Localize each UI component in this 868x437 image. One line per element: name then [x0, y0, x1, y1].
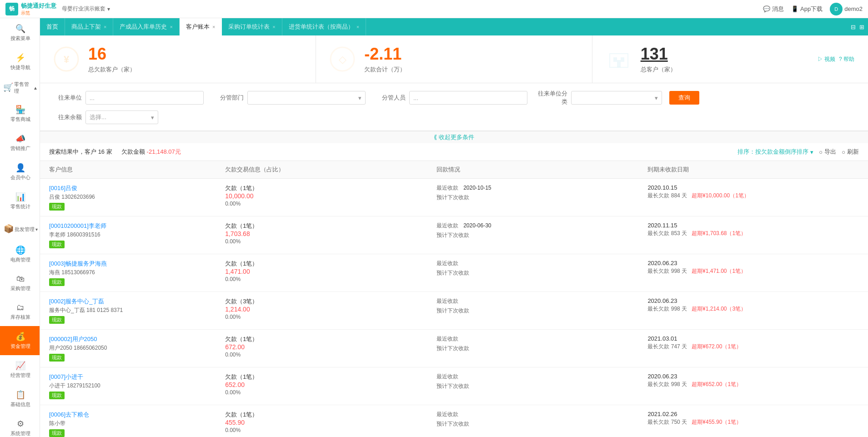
customer-phone: 吕俊 13026203696 [49, 193, 225, 201]
sidebar-item-retail-stats[interactable]: 📊 零售统计 [0, 186, 40, 216]
sidebar-item-basic-info[interactable]: 📋 基础信息 [0, 384, 40, 413]
next-collection: 预计下次收款 [437, 345, 648, 352]
industry-select[interactable]: 母婴行业演示账套 ▾ [62, 5, 110, 13]
tab-home[interactable]: 首页 [40, 18, 65, 35]
overdue-info-col: 2020.11.15 最长欠款 853 天 超期¥1,703.68（1笔） [647, 222, 859, 237]
svg-rect-6 [621, 57, 624, 62]
balance-select[interactable]: 选择... ▾ [85, 111, 158, 124]
collapse-row[interactable]: ⟪ 收起更多条件 [40, 131, 868, 143]
sidebar-item-operations-mgmt[interactable]: 📈 经营管理 [0, 355, 40, 384]
sidebar-item-inventory[interactable]: 🗂 库存核算 [0, 297, 40, 326]
sidebar-item-quick-nav[interactable]: ⚡ 快捷导航 [0, 47, 40, 76]
tab-close-icon[interactable]: × [104, 24, 106, 30]
quick-nav-icon: ⚡ [15, 53, 25, 63]
overdue-days: 最长欠款 853 天 超期¥1,703.68（1笔） [647, 230, 859, 237]
chevron-down-icon: ▾ [810, 149, 813, 156]
customer-info-col: [0002]服务中心_丁磊 服务中心_丁磊 181 0125 8371 现款 [49, 297, 225, 324]
tab-inbound-stats[interactable]: 进货单统计表（按商品） × [282, 18, 366, 35]
tab-goods[interactable]: 商品上下架 × [65, 18, 113, 35]
sidebar-item-retail-mgmt[interactable]: 🛒 零售管理 ▲ [0, 76, 40, 99]
overdue-amount[interactable]: 超期¥10,000.00（1笔） [692, 192, 749, 199]
sidebar-item-finance-mgmt[interactable]: 💰 资金管理 [0, 326, 40, 355]
tab-maximize-icon[interactable]: ⊞ [859, 24, 864, 30]
customer-name[interactable]: [00010200001]李老师 [49, 222, 225, 230]
overdue-amount[interactable]: 超期¥1,214.00（3笔） [692, 306, 746, 312]
tab-products[interactable]: 产成品入库单历史 × [113, 18, 179, 35]
debt-amount[interactable]: 10,000.00 [225, 192, 437, 200]
last-collection: 最近收款 [437, 373, 648, 381]
retail-stats-icon: 📊 [15, 192, 25, 202]
overdue-info-col: 2020.06.23 最长欠款 998 天 超期¥1,471.00（1笔） [647, 260, 859, 275]
debt-count: 欠款（1笔） [225, 184, 437, 192]
overdue-amount[interactable]: 超期¥455.90（1笔） [692, 419, 742, 425]
customer-name[interactable]: [0006]去下粮仓 [49, 411, 225, 419]
debt-amount[interactable]: 1,214.00 [225, 306, 437, 313]
debt-amount[interactable]: 455.90 [225, 419, 437, 426]
app-icon: 📱 [791, 5, 798, 12]
collection-info-col: 最近收款 2020-06-30 预计下次收款 [437, 222, 648, 239]
overdue-amount[interactable]: 超期¥672.00（1笔） [692, 343, 742, 350]
stats-row: ¥ 16 总欠款客户（家） ◇ [40, 35, 868, 83]
sidebar-label: 零售管理 [14, 81, 32, 95]
sidebar-item-wholesale-mgmt[interactable]: 📦 批发管理 ▾ [0, 219, 40, 240]
overdue-date: 2020.06.23 [647, 260, 859, 266]
sidebar-item-ecommerce-mgmt[interactable]: 🌐 电商管理 [0, 240, 40, 269]
chevron-down-icon: ▾ [151, 114, 154, 121]
unit-category-select[interactable]: ▾ [571, 91, 662, 105]
sidebar-item-system-mgmt[interactable]: ⚙ 系统管理 [0, 413, 40, 437]
overdue-amount[interactable]: 超期¥1,703.68（1笔） [692, 230, 746, 236]
debt-info-col: 欠款（1笔） 652.00 0.00% [225, 373, 437, 396]
department-label: 分管部门 [211, 94, 244, 102]
debt-info-col: 欠款（3笔） 1,214.00 0.00% [225, 297, 437, 320]
customer-name[interactable]: [0003]畅捷服务尹海燕 [49, 260, 225, 268]
user-menu[interactable]: D demo2 [830, 3, 863, 15]
customer-info-col: [0003]畅捷服务尹海燕 海燕 18513066976 现款 [49, 260, 225, 286]
sidebar-item-member-center[interactable]: 👤 会员中心 [0, 157, 40, 186]
tab-purchase-order[interactable]: 采购订单统计表 × [222, 18, 282, 35]
app-download-btn[interactable]: 📱 App下载 [791, 5, 823, 13]
refresh-icon: ○ [842, 149, 845, 156]
stat-card-actions: ▷ 视频 ? 帮助 [818, 55, 854, 63]
customer-name[interactable]: [0016]吕俊 [49, 184, 225, 192]
customer-name[interactable]: [0007]小进干 [49, 373, 225, 381]
sidebar-item-marketing[interactable]: 📣 营销推广 [0, 128, 40, 157]
message-btn[interactable]: 💬 消息 [763, 5, 784, 13]
collection-info-col: 最近收款 预计下次收款 [437, 373, 648, 390]
table-row: [0002]服务中心_丁磊 服务中心_丁磊 181 0125 8371 现款 欠… [40, 292, 868, 330]
overdue-amount[interactable]: 超期¥1,471.00（1笔） [692, 268, 746, 274]
sidebar-item-search-menu[interactable]: 🔍 搜索菜单 [0, 18, 40, 47]
customer-name[interactable]: [0002]服务中心_丁磊 [49, 297, 225, 306]
stat-info-total-customers: 131 总客户（家） [641, 45, 676, 74]
from-unit-input[interactable]: ... [85, 91, 204, 105]
tab-close-icon[interactable]: × [170, 24, 172, 30]
building-icon [606, 46, 632, 72]
customer-name[interactable]: [000002]用户2050 [49, 335, 225, 343]
sidebar-item-purchase-mgmt[interactable]: 🛍 采购管理 [0, 269, 40, 297]
refresh-btn[interactable]: ○ 刷新 [842, 148, 859, 156]
marketing-icon: 📣 [15, 134, 25, 144]
tab-minimize-icon[interactable]: ⊟ [851, 24, 856, 30]
sort-select[interactable]: 排序：按欠款金额倒序排序 ▾ [738, 148, 813, 156]
query-button[interactable]: 查询 [669, 91, 699, 105]
stat-label-debt-total: 欠款合计（万） [364, 65, 406, 74]
debt-amount[interactable]: 1,703.68 [225, 230, 437, 237]
collapse-icon: ⟪ [434, 134, 439, 141]
debt-amount[interactable]: 652.00 [225, 381, 437, 388]
sidebar-label: 库存核算 [10, 314, 30, 321]
debt-amount[interactable]: 1,471.00 [225, 268, 437, 275]
department-select[interactable]: ▾ [247, 91, 366, 105]
sidebar-item-retail-mall[interactable]: 🏪 零售商城 [0, 99, 40, 128]
help-btn[interactable]: ? 帮助 [839, 55, 854, 63]
tab-customer-ledger[interactable]: 客户账本 × [180, 18, 222, 35]
video-btn[interactable]: ▷ 视频 [818, 55, 835, 63]
tab-close-icon[interactable]: × [212, 24, 215, 30]
tab-close-icon[interactable]: × [356, 24, 359, 30]
overdue-amount[interactable]: 超期¥652.00（1笔） [692, 381, 742, 387]
overdue-info-col: 2021.02.26 最长欠款 750 天 超期¥455.90（1笔） [647, 411, 859, 426]
main-layout: 🔍 搜索菜单 ⚡ 快捷导航 🛒 零售管理 ▲ 🏪 零售商城 📣 营销推广 � [0, 18, 868, 437]
tab-close-icon[interactable]: × [272, 24, 275, 30]
customer-tag: 现款 [49, 354, 65, 362]
export-btn[interactable]: ○ 导出 [819, 148, 836, 156]
manager-input[interactable]: ... [409, 91, 527, 105]
debt-amount[interactable]: 672.00 [225, 343, 437, 351]
